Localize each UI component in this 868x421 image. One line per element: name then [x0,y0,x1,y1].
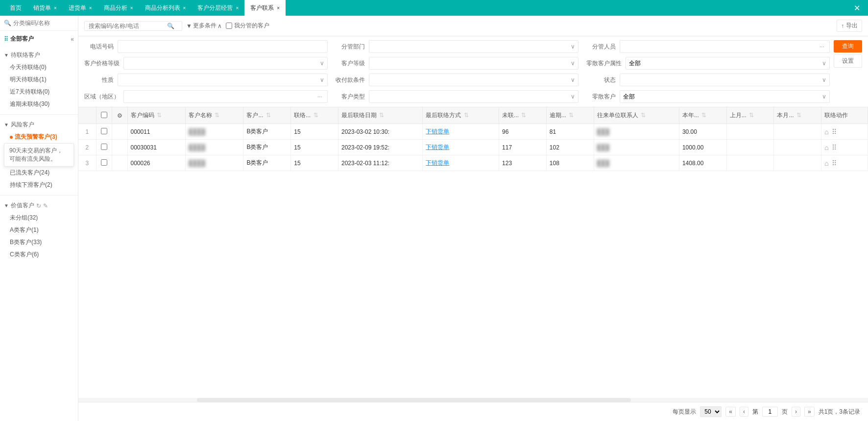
query-button[interactable]: 查询 [834,40,862,52]
sidebar-item-7days[interactable]: 近7天待联络(0) [0,86,78,98]
th-last-month[interactable]: 上月... ⇅ [726,107,774,124]
setting-button[interactable]: 设置 [834,54,862,68]
sidebar-item-a-class[interactable]: A类客户(1) [0,224,78,236]
next-page-button[interactable]: › [792,407,800,417]
last-method-link[interactable]: 下销货单 [426,159,449,166]
filter-select-casual-customer[interactable]: 全部 ∨ [620,90,830,103]
ellipsis-icon[interactable]: ··· [315,93,324,100]
search-input[interactable] [89,23,167,29]
last-page-button[interactable]: » [804,407,815,417]
row-checkbox[interactable] [101,128,107,134]
sidebar-search-input[interactable] [13,20,78,26]
select-all-checkbox[interactable] [101,112,107,118]
filter-select-status[interactable]: ∨ [620,74,830,86]
sidebar-all-customers[interactable]: ⠿ 全部客户 « [0,31,78,47]
filter-select-casual-attr[interactable]: 全部 ∨ [626,57,830,70]
th-last-date[interactable]: 最后联络日期 ⇅ [338,107,422,124]
cell-last-method[interactable]: 下销货单 [423,140,499,155]
filter-label-status: 状态 [586,76,616,84]
tab-purchase[interactable]: 进货单 × [63,0,98,16]
sidebar-section-title-value[interactable]: ▼ 价值客户 ↻ ✎ [0,199,78,212]
filter-select-price-tier[interactable]: ∨ [123,57,328,70]
filter-casual-attr: 零散客户属性 全部 ∨ [586,57,830,70]
tab-product-analysis-list[interactable]: 商品分析列表 × [139,0,192,16]
filter-input-phone[interactable] [118,40,328,53]
th-code[interactable]: 客户编码 ⇅ [127,107,185,124]
filter-select-region[interactable]: ··· [123,90,328,103]
sidebar-item-declining[interactable]: 持续下滑客户(2) [0,179,78,191]
th-this-month[interactable]: 本月... ⇅ [774,107,821,124]
tab-product-analysis[interactable]: 商品分析 × [98,0,139,16]
close-icon[interactable]: × [277,5,280,11]
row-checkbox[interactable] [101,144,107,150]
last-method-link[interactable]: 下销货单 [426,128,449,135]
cell-unit-contact: ███ [594,155,679,171]
sidebar-section-title-risk[interactable]: ▼ 风险客户 [0,119,78,131]
cell-last-method[interactable]: 下销货单 [423,124,499,140]
th-uncontacted[interactable]: 未联... ⇅ [499,107,547,124]
contact-icon[interactable]: ⌂ [824,144,828,151]
prev-page-button[interactable]: ‹ [740,407,748,417]
sidebar-section-title-pending[interactable]: ▼ 待联络客户 [0,49,78,61]
cell-last-method[interactable]: 下销货单 [423,155,499,171]
my-customers-check[interactable] [226,23,232,29]
page-number-input[interactable] [762,407,778,417]
more-action-icon[interactable]: ⠿ [832,159,837,167]
sidebar-item-today[interactable]: 今天待联络(0) [0,61,78,74]
sidebar-item-c-class[interactable]: C类客户(6) [0,248,78,261]
close-icon[interactable]: × [130,5,133,11]
tab-customer-contact[interactable]: 客户联系 × [244,0,286,16]
filter-select-customer-tier[interactable]: ∨ [369,57,579,70]
my-customers-checkbox[interactable]: 我分管的客户 [226,22,269,30]
filter-panel: 电话号码 分管部门 ∨ 分管人员 [78,36,868,107]
filter-select-manager[interactable]: ··· [620,40,830,53]
sidebar-item-churn-warning[interactable]: 流失预警客户(3) [0,131,78,143]
close-icon[interactable]: × [236,5,239,11]
th-overdue[interactable]: 逾期... ⇅ [546,107,594,124]
close-icon[interactable]: × [183,5,186,11]
filter-select-customer-type[interactable]: ∨ [369,90,579,103]
per-page-select[interactable]: 50 [700,406,722,417]
sidebar-item-tomorrow[interactable]: 明天待联络(1) [0,74,78,86]
th-this-year[interactable]: 本年... ⇅ [679,107,726,124]
close-all-button[interactable]: ✕ [850,3,864,13]
more-conditions-button[interactable]: ▼ 更多条件 ∧ [186,22,222,30]
th-type[interactable]: 客户... ⇅ [243,107,291,124]
more-action-icon[interactable]: ⠿ [832,128,837,136]
close-icon[interactable]: × [89,5,92,11]
filter-select-dept[interactable]: ∨ [369,40,579,53]
search-submit-icon[interactable]: 🔍 [167,23,174,29]
sidebar-item-b-class[interactable]: B类客户(33) [0,236,78,248]
first-page-button[interactable]: « [725,407,736,417]
close-icon[interactable]: × [54,5,57,11]
th-check[interactable] [96,107,112,124]
cell-check[interactable] [96,140,112,155]
th-last-method[interactable]: 最后联络方式 ⇅ [423,107,499,124]
scrollbar-track[interactable] [197,398,631,402]
th-setting[interactable]: ⚙ [112,107,127,124]
sidebar-item-churned[interactable]: 已流失客户(24) [0,167,78,179]
contact-icon[interactable]: ⌂ [824,159,828,167]
th-unit-contact[interactable]: 往来单位联系人 ⇅ [594,107,679,124]
row-checkbox[interactable] [101,159,107,166]
tab-sales[interactable]: 销货单 × [27,0,63,16]
filter-select-payment[interactable]: ∨ [369,74,579,86]
collapse-icon[interactable]: « [71,36,74,43]
contact-icon[interactable]: ⌂ [824,128,828,136]
export-button[interactable]: ↑ 导出 [837,20,862,32]
th-contacts[interactable]: 联络... ⇅ [291,107,338,124]
filter-select-nature[interactable]: ∨ [118,74,328,86]
ellipsis-icon[interactable]: ··· [818,43,826,50]
last-method-link[interactable]: 下销货单 [426,144,449,150]
refresh-icon[interactable]: ↻ [36,202,41,209]
tab-home[interactable]: 首页 [4,0,27,16]
more-action-icon[interactable]: ⠿ [832,144,837,151]
cell-check[interactable] [96,155,112,171]
tab-customer-tier[interactable]: 客户分层经营 × [192,0,244,16]
sidebar-item-overdue[interactable]: 逾期未联络(30) [0,98,78,110]
th-name[interactable]: 客户名称 ⇅ [185,107,243,124]
sidebar-item-ungrouped[interactable]: 未分组(32) [0,212,78,224]
cell-check[interactable] [96,124,112,140]
horizontal-scrollbar[interactable] [78,398,868,402]
edit-icon[interactable]: ✎ [43,202,48,209]
